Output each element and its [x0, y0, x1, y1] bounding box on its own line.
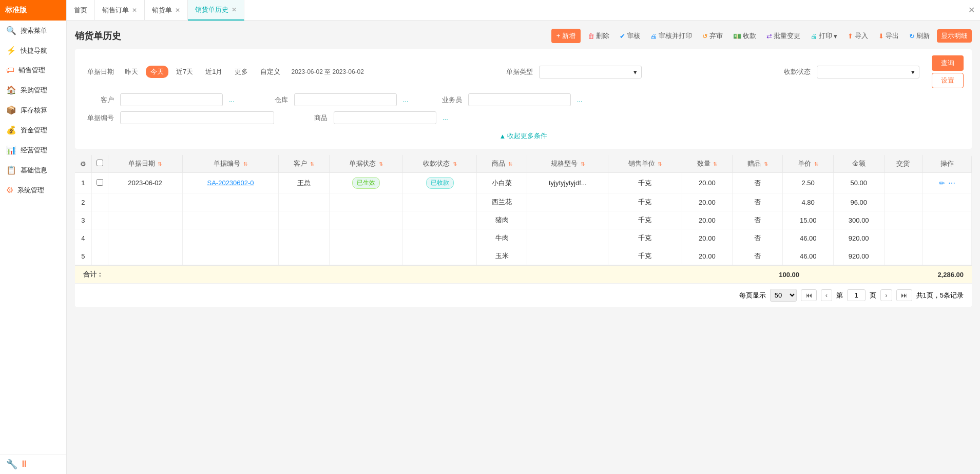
- import-button[interactable]: ⬆ 导入: [844, 29, 871, 43]
- delete-button[interactable]: 🗑 删除: [585, 29, 612, 43]
- th-price[interactable]: 单价 ⇅: [783, 155, 833, 173]
- date-btn-7days[interactable]: 近7天: [171, 66, 198, 78]
- audit-print-button[interactable]: 🖨 审核并打印: [647, 29, 695, 43]
- th-customer[interactable]: 客户 ⇅: [279, 155, 329, 173]
- doc-no-link[interactable]: SA-20230602-0: [207, 179, 254, 187]
- th-trade[interactable]: 交货: [884, 155, 923, 173]
- doc-type-select[interactable]: ▾: [539, 66, 642, 78]
- prev-page-btn[interactable]: ‹: [821, 289, 832, 301]
- th-checkbox[interactable]: [91, 155, 108, 173]
- refresh-button[interactable]: ↻ 刷新: [906, 29, 933, 43]
- tab-sales-order[interactable]: 销售订单 ✕: [95, 0, 145, 21]
- th-spec[interactable]: 规格型号 ⇅: [527, 155, 608, 173]
- cell-gift: 否: [733, 193, 783, 211]
- print-button[interactable]: 🖨 打印 ▾: [808, 29, 840, 43]
- warehouse-label: 仓库: [257, 95, 288, 105]
- goods-input[interactable]: [334, 111, 436, 124]
- tab-sales-delivery[interactable]: 销货单 ✕: [145, 0, 188, 21]
- customer-more[interactable]: ...: [229, 96, 235, 104]
- date-btn-1month[interactable]: 近1月: [201, 66, 227, 78]
- th-trade-label: 交货: [896, 160, 910, 167]
- tab-home[interactable]: 首页: [67, 0, 95, 21]
- cell-checkbox[interactable]: [91, 211, 108, 229]
- edit-icon[interactable]: ✏: [939, 179, 945, 187]
- discard-button[interactable]: ↺ 弃审: [699, 29, 726, 43]
- warehouse-input[interactable]: [294, 93, 397, 106]
- export-button[interactable]: ⬇ 导出: [875, 29, 902, 43]
- sidebar-item-system[interactable]: ⚙ 系统管理: [0, 180, 66, 200]
- sidebar-item-operations[interactable]: 📊 经营管理: [0, 140, 66, 160]
- cell-price: 46.00: [783, 229, 833, 247]
- cell-checkbox[interactable]: [91, 247, 108, 265]
- page-title: 销货单历史: [75, 30, 121, 42]
- sidebar-item-finance[interactable]: 💰 资金管理: [0, 120, 66, 140]
- cell-doc-date: [108, 229, 182, 247]
- sidebar-collapse-icon[interactable]: ⏸: [20, 459, 29, 470]
- footer-qty-total: 100.00: [758, 271, 799, 279]
- date-btn-yesterday[interactable]: 昨天: [120, 66, 143, 78]
- sidebar-item-purchase[interactable]: 🏠 采购管理: [0, 80, 66, 100]
- sidebar-item-basic[interactable]: 📋 基础信息: [0, 160, 66, 180]
- row-checkbox[interactable]: [97, 179, 103, 186]
- collect-status-select[interactable]: ▾: [817, 66, 919, 78]
- staff-input[interactable]: [468, 93, 571, 106]
- tab-sales-delivery-close[interactable]: ✕: [175, 7, 180, 14]
- warehouse-more[interactable]: ...: [403, 96, 409, 104]
- staff-more[interactable]: ...: [577, 96, 583, 104]
- next-page-btn[interactable]: ›: [880, 289, 892, 301]
- th-qty[interactable]: 数量 ⇅: [682, 155, 732, 173]
- cell-spec: [527, 193, 608, 211]
- collapse-label: 收起更多条件: [507, 131, 547, 141]
- new-button[interactable]: + 新增: [551, 29, 581, 43]
- cell-no: 1: [75, 173, 91, 193]
- per-page-select[interactable]: 50 100 200: [770, 289, 797, 302]
- last-page-btn[interactable]: ⏭: [896, 289, 912, 301]
- sidebar-item-label: 资金管理: [21, 126, 47, 135]
- th-amount[interactable]: 金额: [833, 155, 884, 173]
- select-all-checkbox[interactable]: [97, 160, 103, 166]
- footer-label: 合计：: [83, 270, 103, 279]
- collapse-button[interactable]: ▲ 收起更多条件: [83, 129, 964, 143]
- tab-sales-order-close[interactable]: ✕: [132, 7, 137, 14]
- sidebar-item-inventory[interactable]: 📦 库存核算: [0, 100, 66, 120]
- cell-action: [923, 229, 972, 247]
- sidebar-item-search[interactable]: 🔍 搜索菜单: [0, 21, 66, 41]
- first-page-btn[interactable]: ⏮: [801, 289, 817, 301]
- sidebar-item-quick-nav[interactable]: ⚡ 快捷导航: [0, 41, 66, 61]
- date-btn-custom[interactable]: 自定义: [256, 66, 285, 78]
- th-unit[interactable]: 销售单位 ⇅: [608, 155, 682, 173]
- tab-sales-history-close[interactable]: ✕: [232, 6, 237, 13]
- th-goods[interactable]: 商品 ⇅: [477, 155, 527, 173]
- more-icon[interactable]: ⋯: [948, 179, 955, 187]
- th-settings[interactable]: ⚙: [75, 155, 91, 173]
- cell-checkbox[interactable]: [91, 193, 108, 211]
- cell-checkbox[interactable]: [91, 173, 108, 193]
- sidebar-item-sales[interactable]: 🏷 销售管理: [0, 61, 66, 80]
- audit-button[interactable]: ✔ 审核: [617, 29, 643, 43]
- date-btn-more[interactable]: 更多: [230, 66, 253, 78]
- cell-goods: 西兰花: [477, 193, 527, 211]
- th-collect-status[interactable]: 收款状态 ⇅: [403, 155, 477, 173]
- customer-input[interactable]: [120, 93, 223, 106]
- set-button[interactable]: 设置: [932, 73, 964, 88]
- th-doc-date[interactable]: 单据日期 ⇅: [108, 155, 182, 173]
- th-customer-label: 客户: [294, 160, 307, 167]
- cell-checkbox[interactable]: [91, 229, 108, 247]
- sidebar-settings-icon[interactable]: 🔧: [6, 459, 17, 470]
- th-doc-no[interactable]: 单据编号 ⇅: [182, 155, 279, 173]
- query-button[interactable]: 查询: [932, 55, 964, 71]
- doc-no-input[interactable]: [120, 111, 274, 124]
- batch-change-button[interactable]: ⇄ 批量变更: [763, 29, 803, 43]
- sort-icon-qty: ⇅: [713, 161, 717, 167]
- goods-more[interactable]: ...: [443, 114, 448, 122]
- settings-icon: ⚙: [80, 160, 86, 168]
- th-gift[interactable]: 赠品 ⇅: [733, 155, 783, 173]
- show-detail-button[interactable]: 显示明细: [937, 29, 972, 43]
- tab-close-all[interactable]: ✕: [963, 5, 980, 15]
- table-header-row: ⚙ 单据日期 ⇅ 单据编号 ⇅: [75, 155, 972, 173]
- date-btn-today[interactable]: 今天: [146, 66, 168, 78]
- collect-button[interactable]: 💵 收款: [730, 29, 759, 43]
- page-input[interactable]: [847, 289, 866, 301]
- th-doc-status[interactable]: 单据状态 ⇅: [329, 155, 403, 173]
- tab-sales-history[interactable]: 销货单历史 ✕: [188, 0, 244, 21]
